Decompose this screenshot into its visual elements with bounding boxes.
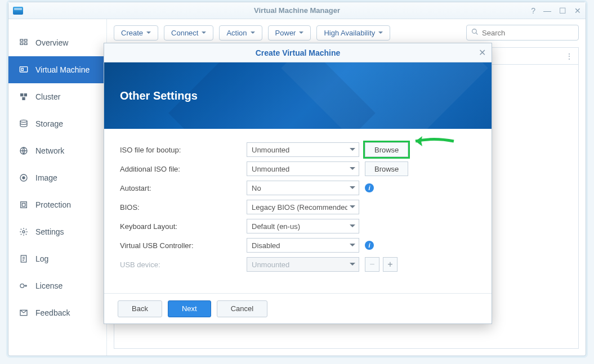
sidebar-item-settings[interactable]: Settings [8, 218, 106, 245]
sidebar-item-feedback[interactable]: Feedback [8, 299, 106, 326]
info-icon[interactable]: i [365, 183, 374, 192]
chevron-down-icon [350, 186, 355, 192]
sidebar-item-label: Image [35, 173, 57, 182]
dialog-title: Create Virtual Machine [256, 48, 341, 57]
add-usb-button[interactable]: + [383, 257, 398, 272]
create-vm-dialog: Create Virtual Machine ✕ Other Settings … [104, 43, 492, 324]
sidebar-item-label: Protection [35, 200, 71, 209]
row-usb-device: USB device: Unmounted − + [120, 255, 476, 274]
cancel-button[interactable]: Cancel [217, 300, 267, 317]
power-button[interactable]: Power [268, 25, 311, 41]
search-input[interactable] [482, 29, 577, 37]
chevron-down-icon [350, 205, 355, 211]
sidebar-item-label: Feedback [35, 308, 70, 317]
autostart-select[interactable]: No [247, 181, 359, 195]
caret-icon [202, 32, 206, 36]
sidebar: Overview Virtual Machine Cluster Storage… [8, 19, 107, 356]
svg-rect-8 [22, 97, 25, 100]
chevron-down-icon [350, 263, 355, 268]
keyboard-select[interactable]: Default (en-us) [247, 219, 359, 233]
sidebar-item-virtual-machine[interactable]: Virtual Machine [8, 56, 106, 83]
keyboard-label: Keyboard Layout: [120, 222, 247, 231]
sidebar-item-label: Cluster [35, 92, 60, 101]
sidebar-item-label: Storage [35, 119, 63, 128]
protection-icon [19, 200, 29, 209]
additional-iso-browse-button[interactable]: Browse [365, 161, 408, 176]
sidebar-item-label: Virtual Machine [35, 65, 90, 74]
dialog-titlebar: Create Virtual Machine ✕ [104, 43, 492, 62]
log-icon [19, 254, 29, 263]
sidebar-item-license[interactable]: License [8, 272, 106, 299]
iso-bootup-select[interactable]: Unmounted [247, 142, 359, 157]
usb-device-select: Unmounted [247, 257, 359, 272]
svg-rect-6 [20, 93, 23, 96]
usb-controller-select[interactable]: Disabled [247, 238, 359, 253]
row-bios: BIOS: Legacy BIOS (Recommended) [120, 197, 476, 217]
caret-icon [146, 32, 151, 36]
svg-rect-14 [22, 203, 25, 206]
sidebar-item-label: Settings [35, 227, 64, 236]
sidebar-item-overview[interactable]: Overview [8, 29, 106, 56]
remove-usb-button: − [365, 257, 379, 272]
caret-icon [378, 32, 383, 36]
storage-icon [19, 119, 29, 128]
usb-controller-label: Virtual USB Controller: [120, 241, 247, 250]
svg-point-15 [23, 231, 25, 233]
create-button[interactable]: Create [114, 25, 158, 41]
sidebar-item-label: Network [35, 146, 64, 155]
row-iso-bootup: ISO file for bootup: Unmounted Browse [120, 140, 476, 159]
svg-rect-13 [21, 202, 27, 208]
feedback-icon [19, 308, 29, 317]
chevron-down-icon [350, 244, 355, 249]
svg-point-12 [23, 177, 25, 179]
toolbar: Create Connect Action Power High Availab… [107, 19, 586, 42]
sidebar-item-image[interactable]: Image [8, 164, 106, 191]
sidebar-item-storage[interactable]: Storage [8, 110, 106, 137]
search-box[interactable] [466, 25, 579, 41]
autostart-label: Autostart: [120, 184, 247, 192]
usb-device-label: USB device: [120, 260, 247, 269]
svg-line-23 [476, 33, 477, 34]
svg-rect-2 [20, 43, 23, 44]
vm-icon [19, 65, 29, 74]
search-icon [471, 28, 479, 38]
back-button[interactable]: Back [118, 300, 162, 317]
column-options-icon[interactable]: ⋮ [560, 52, 578, 60]
sidebar-item-network[interactable]: Network [8, 137, 106, 164]
gear-icon [19, 227, 29, 236]
chevron-down-icon [350, 167, 355, 173]
image-icon [19, 173, 29, 182]
chevron-down-icon [350, 224, 355, 230]
connect-button[interactable]: Connect [164, 25, 213, 41]
high-availability-button[interactable]: High Availability [316, 25, 390, 41]
sidebar-item-log[interactable]: Log [8, 245, 106, 272]
info-icon[interactable]: i [365, 241, 374, 250]
close-icon[interactable]: ✕ [479, 47, 486, 58]
action-button[interactable]: Action [219, 25, 262, 41]
sidebar-item-label: Log [35, 254, 48, 263]
svg-point-20 [20, 284, 24, 288]
iso-bootup-browse-button[interactable]: Browse [365, 142, 408, 157]
chevron-down-icon [350, 148, 355, 154]
svg-point-22 [472, 29, 477, 34]
caret-icon [251, 32, 255, 36]
svg-rect-0 [20, 39, 23, 41]
row-keyboard: Keyboard Layout: Default (en-us) [120, 217, 476, 236]
dialog-form: ISO file for bootup: Unmounted Browse Ad… [104, 129, 492, 293]
cluster-icon [19, 92, 29, 101]
license-icon [19, 281, 29, 290]
svg-point-9 [20, 120, 27, 122]
overview-icon [19, 38, 29, 47]
additional-iso-select[interactable]: Unmounted [247, 161, 359, 176]
sidebar-item-label: Overview [35, 38, 68, 47]
next-button[interactable]: Next [168, 300, 211, 317]
sidebar-item-cluster[interactable]: Cluster [8, 83, 106, 110]
svg-rect-7 [24, 93, 27, 96]
bios-select[interactable]: Legacy BIOS (Recommended) [247, 200, 359, 214]
sidebar-item-protection[interactable]: Protection [8, 191, 106, 218]
row-autostart: Autostart: No i [120, 178, 476, 197]
svg-rect-1 [24, 39, 27, 41]
additional-iso-label: Additional ISO file: [120, 165, 247, 173]
window-title: Virtual Machine Manager [8, 6, 586, 15]
iso-bootup-label: ISO file for bootup: [120, 146, 247, 154]
